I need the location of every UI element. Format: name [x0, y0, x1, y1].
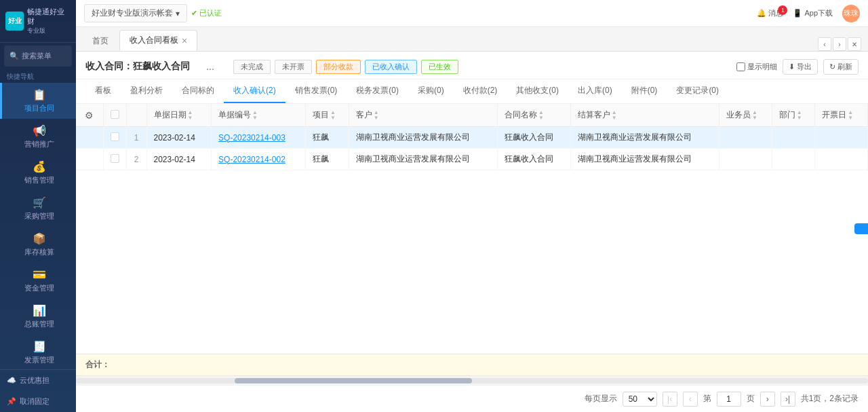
- sidebar-label-0: 项目合同: [24, 103, 54, 113]
- horizontal-scrollbar[interactable]: [76, 375, 868, 385]
- row-code-0: SQ-20230214-003: [212, 127, 306, 149]
- row-code-link-0[interactable]: SQ-20230214-003: [218, 133, 285, 143]
- sidebar-item-0[interactable]: 📋项目合同: [0, 83, 76, 119]
- page-input[interactable]: [717, 392, 741, 407]
- sidebar-bottom-1[interactable]: 📌取消固定: [0, 391, 76, 412]
- table-header: ⚙ 单据日期▲▼ 单据编号▲▼ 项目▲▼: [76, 104, 868, 127]
- refresh-button[interactable]: ↻ 刷新: [823, 59, 859, 75]
- table-row[interactable]: 2 2023-02-14 SQ-20230214-002 狂飙 湖南卫视商业运营…: [76, 149, 868, 170]
- show-detail-checkbox[interactable]: [736, 62, 745, 71]
- sidebar-nav: 📋项目合同📢营销推广💰销售管理🛒采购管理📦库存核算💳资金管理📊总账管理🧾发票管理…: [0, 83, 76, 369]
- sidebar-icon-2: 💰: [33, 160, 46, 173]
- show-detail-checkbox-label[interactable]: 显示明细: [736, 62, 777, 72]
- sidebar-item-6[interactable]: 📊总账管理: [0, 299, 76, 335]
- tab-home[interactable]: 首页: [83, 31, 118, 51]
- sidebar-item-1[interactable]: 📢营销推广: [0, 119, 76, 155]
- select-all-checkbox[interactable]: [111, 110, 119, 119]
- row-code-link-1[interactable]: SQ-20230214-002: [218, 155, 285, 164]
- row-checkbox-1[interactable]: [111, 154, 119, 163]
- row-date-0: 2023-02-14: [146, 127, 212, 149]
- sub-tab-1[interactable]: 盈利分析: [121, 79, 172, 103]
- sidebar-item-4[interactable]: 📦库存核算: [0, 227, 76, 263]
- page-last-button[interactable]: ›|: [781, 392, 795, 407]
- status-tag-4[interactable]: 已生效: [421, 60, 458, 74]
- tab-next-button[interactable]: ›: [833, 37, 846, 51]
- sub-tab-5[interactable]: 税务发票(0): [347, 79, 408, 103]
- row-dept-1: [772, 149, 815, 170]
- col-project: 项目▲▼: [305, 104, 349, 127]
- per-page-label: 每页显示: [585, 393, 617, 405]
- row-checkbox-0[interactable]: [111, 132, 119, 141]
- app-download-button[interactable]: 📱 App下载: [793, 8, 833, 18]
- gear-settings-icon[interactable]: ⚙: [85, 110, 94, 121]
- col-open-date: 开票日▲▼: [815, 104, 868, 127]
- per-page-select[interactable]: 50 100: [623, 392, 657, 407]
- sub-tab-4[interactable]: 销售发票(0): [285, 79, 347, 103]
- sidebar-icon-3: 🛒: [33, 196, 46, 209]
- user-avatar-button[interactable]: 珠珠: [842, 5, 860, 22]
- check-icon: ✔: [191, 9, 197, 18]
- sub-tab-6[interactable]: 采购(0): [408, 79, 454, 103]
- sub-tab-10[interactable]: 附件(0): [622, 79, 667, 103]
- row-num-0: 1: [126, 127, 146, 149]
- status-tag-2[interactable]: 部分收款: [316, 60, 361, 74]
- row-open-date-0: [815, 127, 868, 149]
- row-gear-cell: [76, 149, 103, 170]
- sidebar-item-3[interactable]: 🛒采购管理: [0, 191, 76, 227]
- col-gear: ⚙: [76, 104, 103, 127]
- page-prev-button[interactable]: ‹: [683, 392, 698, 407]
- sub-tab-11[interactable]: 变更记录(0): [667, 79, 728, 103]
- status-tag-3[interactable]: 已收入确认: [365, 60, 417, 74]
- page-next-button[interactable]: ›: [760, 392, 775, 407]
- page-first-button[interactable]: |‹: [663, 392, 677, 407]
- sidebar-search[interactable]: 🔍 搜索菜单: [4, 45, 72, 67]
- page-label-post: 页: [747, 393, 755, 405]
- status-tag-0[interactable]: 未完成: [233, 60, 271, 74]
- more-actions-button[interactable]: ...: [202, 58, 218, 75]
- row-date-1: 2023-02-14: [146, 149, 212, 170]
- status-tag-1[interactable]: 未开票: [275, 60, 312, 74]
- tab-close-icon[interactable]: ×: [182, 36, 187, 45]
- row-code-1: SQ-20230214-002: [212, 149, 306, 170]
- sidebar-bottom-0[interactable]: ☁️云优惠担: [0, 370, 76, 391]
- tab-close-all-button[interactable]: ✕: [848, 37, 861, 51]
- app-logo-text: 畅捷通好业财 专业版: [27, 7, 71, 35]
- company-selector[interactable]: 好业财专业版演示帐套 ▾: [84, 4, 187, 22]
- sub-tab-2[interactable]: 合同标的: [172, 79, 224, 103]
- table-row[interactable]: 1 2023-02-14 SQ-20230214-003 狂飙 湖南卫视商业运营…: [76, 127, 868, 149]
- row-contract-0: 狂飙收入合同: [497, 127, 570, 149]
- col-code: 单据编号▲▼: [212, 104, 306, 127]
- col-salesman: 业务员▲▼: [719, 104, 772, 127]
- sidebar-bottom: ☁️云优惠担📌取消固定: [0, 369, 76, 412]
- sub-tab-9[interactable]: 出入库(0): [568, 79, 622, 103]
- pagination: 每页显示 50 100 |‹ ‹ 第 页 › ›| 共1页，2条记录: [76, 385, 868, 412]
- chevron-down-icon: ▾: [176, 9, 180, 18]
- sidebar-label-4: 库存核算: [24, 247, 54, 257]
- tab-prev-button[interactable]: ‹: [818, 37, 831, 51]
- row-settle-0: 湖南卫视商业运营发展有限公司: [570, 127, 719, 149]
- sidebar-bottom-label-1: 取消固定: [20, 396, 50, 407]
- messages-button[interactable]: 🔔 消息 1: [757, 8, 783, 18]
- sub-tab-8[interactable]: 其他收支(0): [507, 79, 568, 103]
- page-header-right: 显示明细 ⬇ 导出 ↻ 刷新: [736, 59, 859, 75]
- sub-tab-3[interactable]: 收入确认(2): [224, 79, 285, 103]
- sidebar-label-3: 采购管理: [24, 211, 54, 221]
- sidebar-label-6: 总账管理: [24, 319, 54, 329]
- sidebar-label-5: 资金管理: [24, 283, 54, 293]
- sidebar-item-5[interactable]: 💳资金管理: [0, 263, 76, 299]
- scrollbar-thumb[interactable]: [235, 378, 472, 383]
- tab-contract-board[interactable]: 收入合同看板 ×: [119, 30, 197, 51]
- sidebar-item-7[interactable]: 🧾发票管理: [0, 335, 76, 369]
- sidebar-item-2[interactable]: 💰销售管理: [0, 155, 76, 191]
- status-tags: 未完成未开票部分收款已收入确认已生效: [233, 60, 458, 74]
- search-icon: 🔍: [9, 52, 19, 60]
- sub-tab-0[interactable]: 看板: [85, 79, 121, 103]
- table-wrap: ⚙ 单据日期▲▼ 单据编号▲▼ 项目▲▼: [76, 104, 868, 354]
- sub-tab-7[interactable]: 收付款(2): [454, 79, 507, 103]
- side-float-button[interactable]: 收入: [854, 223, 868, 234]
- export-button[interactable]: ⬇ 导出: [783, 59, 818, 75]
- page-header: 收入合同：狂飙收入合同 ... 未完成未开票部分收款已收入确认已生效 显示明细 …: [76, 52, 868, 79]
- sidebar-icon-6: 📊: [33, 304, 46, 317]
- page-info: 共1页，2条记录: [801, 393, 859, 405]
- sidebar-icon-1: 📢: [33, 124, 46, 137]
